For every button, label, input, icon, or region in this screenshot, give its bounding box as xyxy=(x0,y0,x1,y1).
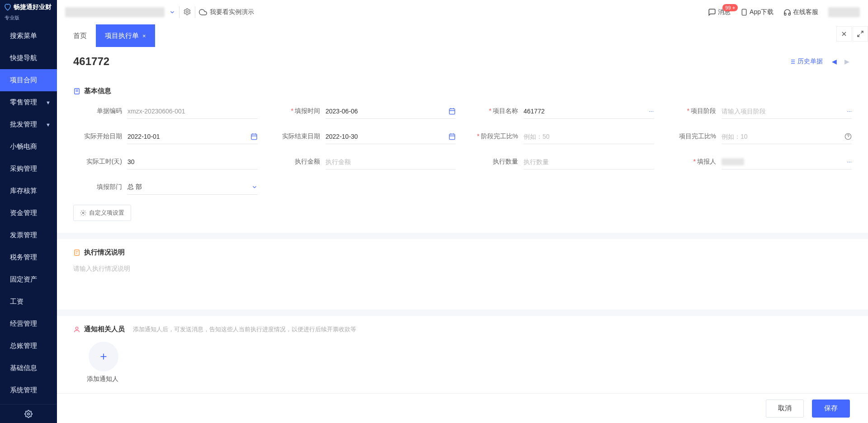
project-stage-input[interactable] xyxy=(722,108,847,115)
sidebar-item-2[interactable]: 项目合同 xyxy=(0,69,57,91)
reporter-value xyxy=(722,158,744,165)
user-avatar[interactable] xyxy=(828,7,860,17)
online-service-link[interactable]: 在线客服 xyxy=(783,8,818,16)
tabbar: 首页项目执行单× xyxy=(57,24,854,47)
help-icon[interactable] xyxy=(844,133,852,140)
sidebar-item-1[interactable]: 快捷导航 xyxy=(0,47,57,69)
report-time-input[interactable] xyxy=(326,108,448,115)
sidebar-settings[interactable] xyxy=(0,404,57,423)
actual-start-input[interactable] xyxy=(127,133,250,140)
messages-badge: 99 + xyxy=(722,4,738,11)
page-title: 461772 xyxy=(73,55,109,68)
calendar-icon[interactable] xyxy=(448,133,456,140)
add-person-button[interactable] xyxy=(89,342,118,371)
more-icon[interactable]: ··· xyxy=(847,158,852,165)
page-footer: 取消 保存 xyxy=(57,393,868,423)
gear-small-icon xyxy=(80,210,86,216)
section-notify: 通知相关人员 添加通知人后，可发送消息，告知这些人当前执行进度情况，以便进行后续… xyxy=(57,316,868,395)
sidebar-item-8[interactable]: 资金管理 xyxy=(0,202,57,224)
svg-point-1 xyxy=(186,10,189,13)
gear-icon xyxy=(24,410,33,418)
sidebar-item-16[interactable]: 系统管理 xyxy=(0,379,57,401)
org-settings-icon[interactable] xyxy=(183,8,191,17)
sidebar-item-5[interactable]: 小畅电商 xyxy=(0,136,57,158)
cancel-button[interactable]: 取消 xyxy=(766,400,804,418)
brand-logo: 畅捷通好业财 xyxy=(0,0,57,14)
demo-link[interactable]: 我要看实例演示 xyxy=(199,8,254,16)
report-dept-input[interactable] xyxy=(127,183,251,191)
sidebar-item-11[interactable]: 固定资产 xyxy=(0,268,57,291)
svg-line-7 xyxy=(858,34,860,37)
page-header: 461772 历史单据 ◀ ▶ xyxy=(57,47,868,78)
exec-qty-input[interactable] xyxy=(524,158,654,165)
exec-amount-input[interactable] xyxy=(326,158,456,165)
calendar-icon[interactable] xyxy=(448,108,456,115)
stage-pct-input[interactable] xyxy=(524,133,654,140)
note-icon xyxy=(73,249,80,256)
sidebar-item-3[interactable]: 零售管理▼ xyxy=(0,91,57,113)
app-download-link[interactable]: App下载 xyxy=(741,8,774,16)
project-pct-input[interactable] xyxy=(722,133,844,140)
section-basic-info: 基本信息 单据编码 *填报时间 *项目名称 xyxy=(57,78,868,233)
exec-desc-textarea[interactable] xyxy=(73,265,852,296)
sidebar-item-10[interactable]: 税务管理 xyxy=(0,246,57,268)
svg-line-6 xyxy=(861,31,863,33)
work-days-input[interactable] xyxy=(127,158,258,165)
list-icon xyxy=(789,58,796,65)
logo-icon xyxy=(4,3,12,11)
headset-icon xyxy=(783,9,791,16)
sidebar-item-6[interactable]: 采购管理 xyxy=(0,158,57,180)
plus-icon xyxy=(99,352,108,362)
sidebar-item-12[interactable]: 工资 xyxy=(0,291,57,313)
messages-link[interactable]: 消息 99 + xyxy=(708,8,731,16)
svg-rect-25 xyxy=(449,134,455,139)
sidebar-item-0[interactable]: 搜索菜单 xyxy=(0,25,57,47)
sidebar-item-13[interactable]: 经营管理 xyxy=(0,313,57,335)
more-icon[interactable]: ··· xyxy=(649,108,654,114)
tab-0[interactable]: 首页 xyxy=(64,24,96,47)
svg-point-35 xyxy=(75,327,78,329)
message-icon xyxy=(708,8,716,16)
actual-end-input[interactable] xyxy=(326,133,448,140)
project-name-input[interactable] xyxy=(524,108,649,115)
svg-rect-2 xyxy=(742,9,746,15)
topbar: 我要看实例演示 消息 99 + App下载 在线客服 xyxy=(57,0,868,24)
add-person-label: 添加通知人 xyxy=(87,375,852,383)
page-content: 461772 历史单据 ◀ ▶ 基本信息 xyxy=(57,47,868,423)
svg-point-31 xyxy=(82,212,84,214)
tab-close-button[interactable] xyxy=(836,26,852,42)
form-icon xyxy=(73,88,80,95)
chevron-down-icon[interactable] xyxy=(251,184,258,190)
calendar-icon[interactable] xyxy=(250,133,258,140)
mobile-icon xyxy=(741,9,748,16)
more-icon[interactable]: ··· xyxy=(847,108,852,114)
chevron-down-icon xyxy=(169,9,175,15)
cloud-icon xyxy=(199,8,207,16)
tab-1[interactable]: 项目执行单× xyxy=(96,24,155,47)
save-button[interactable]: 保存 xyxy=(812,400,850,418)
expand-icon xyxy=(857,30,864,38)
custom-fields-button[interactable]: 自定义项设置 xyxy=(73,205,131,221)
prev-record[interactable]: ◀ xyxy=(829,56,839,66)
history-link[interactable]: 历史单据 xyxy=(789,57,823,66)
tab-expand-button[interactable] xyxy=(853,26,868,42)
person-icon xyxy=(73,326,80,333)
section-exec-desc: 执行情况说明 xyxy=(57,239,868,310)
svg-point-0 xyxy=(28,413,30,415)
svg-rect-32 xyxy=(75,250,80,255)
sidebar-item-14[interactable]: 总账管理 xyxy=(0,335,57,357)
bill-code-input[interactable] xyxy=(127,108,258,115)
sidebar-item-4[interactable]: 批发管理▼ xyxy=(0,113,57,136)
tab-close-icon[interactable]: × xyxy=(142,33,146,39)
notify-hint: 添加通知人后，可发送消息，告知这些人当前执行进度情况，以便进行后续开票收款等 xyxy=(133,325,356,334)
sidebar-item-15[interactable]: 基础信息 xyxy=(0,357,57,379)
close-icon xyxy=(840,30,848,38)
sidebar: 畅捷通好业财 专业版 搜索菜单快捷导航项目合同零售管理▼批发管理▼小畅电商采购管… xyxy=(0,0,57,423)
sidebar-item-7[interactable]: 库存核算 xyxy=(0,180,57,202)
svg-rect-17 xyxy=(449,108,455,114)
edition-label: 专业版 xyxy=(0,14,57,21)
next-record[interactable]: ▶ xyxy=(842,56,852,66)
sidebar-item-9[interactable]: 发票管理 xyxy=(0,224,57,246)
org-selector[interactable] xyxy=(65,7,175,17)
svg-rect-21 xyxy=(251,134,257,139)
